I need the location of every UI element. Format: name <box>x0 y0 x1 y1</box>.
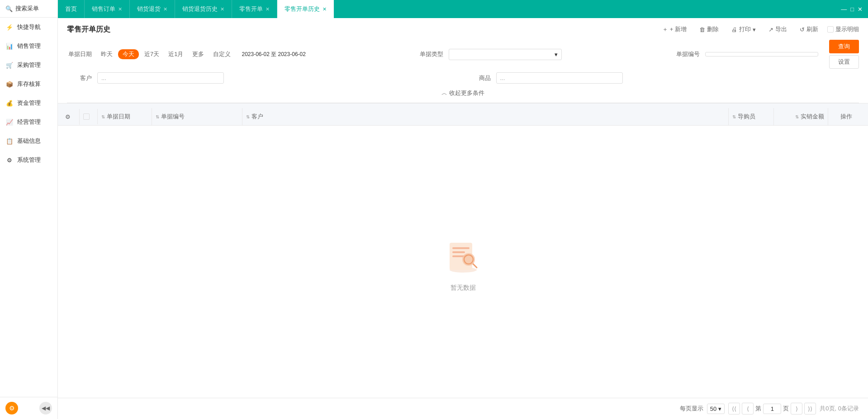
sidebar-item-basic-info[interactable]: 📋 基础信息 <box>0 132 57 151</box>
sidebar-item-sales-mgmt[interactable]: 📊 销售管理 <box>0 37 57 56</box>
settings-filter-button[interactable]: 设置 <box>829 55 859 69</box>
tab-sales-order-close[interactable]: ✕ <box>118 6 122 12</box>
sidebar-item-label: 系统管理 <box>17 156 41 164</box>
th-gear[interactable]: ⚙ <box>62 109 80 125</box>
print-label: 打印 <box>739 25 751 33</box>
th-guide-sort-icon[interactable]: ⇅ <box>732 114 736 119</box>
tab-sales-return-label: 销货退货 <box>137 5 161 13</box>
print-chevron: ▾ <box>753 26 756 33</box>
settings-button[interactable]: ⚙ <box>5 402 18 414</box>
sidebar-item-quick-nav[interactable]: ⚡ 快捷导航 <box>0 18 57 37</box>
select-all-checkbox[interactable] <box>83 113 90 120</box>
sidebar-item-purchase-mgmt[interactable]: 🛒 采购管理 <box>0 56 57 75</box>
svg-rect-2 <box>452 247 470 249</box>
date-opt-last7[interactable]: 近7天 <box>141 49 163 59</box>
svg-line-7 <box>473 264 477 268</box>
tab-retail-open[interactable]: 零售开单 ✕ <box>232 0 277 18</box>
tab-retail-open-label: 零售开单 <box>239 5 263 13</box>
page-prev-button[interactable]: ⟨ <box>742 403 754 414</box>
sidebar-item-inventory[interactable]: 📦 库存核算 <box>0 75 57 94</box>
date-opt-more[interactable]: 更多 <box>189 49 208 59</box>
pagination: 每页显示 50 ▾ ⟨⟨ ⟨ 第 页 ⟩ ⟩⟩ 共0页, 0条记录 <box>58 398 868 419</box>
tab-sales-order[interactable]: 销售订单 ✕ <box>85 0 130 18</box>
tab-sales-return[interactable]: 销货退货 ✕ <box>130 0 175 18</box>
tab-retail-open-history[interactable]: 零售开单历史 ✕ <box>277 0 334 18</box>
search-icon: 🔍 <box>5 5 13 12</box>
goods-input[interactable]: ... <box>496 72 623 84</box>
page-first-button[interactable]: ⟨⟨ <box>728 403 740 414</box>
sidebar: 🔍 搜索采单 ⚡ 快捷导航 📊 销售管理 🛒 采购管理 📦 库存核算 💰 资金管… <box>0 0 58 419</box>
sidebar-item-operations[interactable]: 📈 经营管理 <box>0 113 57 132</box>
th-guide-label: 导购员 <box>738 113 755 121</box>
tab-sales-return-close[interactable]: ✕ <box>163 6 167 12</box>
per-page-label: 每页显示 <box>680 405 703 413</box>
add-icon: ＋ <box>662 25 668 33</box>
page-content: 零售开单历史 ＋ + 新增 🗑 删除 🖨 打印 ▾ <box>58 18 868 419</box>
sidebar-item-system[interactable]: ⚙ 系统管理 <box>0 151 57 169</box>
finance-icon: 💰 <box>5 99 14 107</box>
tab-home-label: 首页 <box>65 5 77 13</box>
delete-button[interactable]: 🗑 删除 <box>696 24 722 35</box>
export-button[interactable]: ↗ 导出 <box>765 24 791 35</box>
table-header: ⚙ ⇅ 单据日期 ⇅ 单据编号 ⇅ 客户 ⇅ 导购员 <box>58 108 868 126</box>
date-opt-today[interactable]: 今天 <box>118 49 139 59</box>
th-no-sort-icon[interactable]: ⇅ <box>156 114 159 119</box>
th-amount-sort-icon[interactable]: ⇅ <box>795 114 799 119</box>
th-check[interactable] <box>80 109 98 124</box>
add-label: + 新增 <box>670 25 687 33</box>
customer-input[interactable]: ... <box>97 72 224 84</box>
tab-home[interactable]: 首页 <box>58 0 85 18</box>
sidebar-item-finance[interactable]: 💰 资金管理 <box>0 94 57 113</box>
toolbar: ＋ + 新增 🗑 删除 🖨 打印 ▾ ↗ 导出 <box>659 24 859 35</box>
add-button[interactable]: ＋ + 新增 <box>659 24 690 35</box>
th-sort-icon[interactable]: ⇅ <box>101 114 105 119</box>
tab-sales-return-history-close[interactable]: ✕ <box>220 6 224 12</box>
page-nav: ⟨⟨ ⟨ 第 页 ⟩ ⟩⟩ <box>728 403 816 414</box>
per-page-select[interactable]: 50 ▾ <box>707 404 725 414</box>
tab-retail-open-history-close[interactable]: ✕ <box>323 6 327 12</box>
th-customer-label: 客户 <box>251 113 263 121</box>
show-detail-checkbox[interactable]: 显示明细 <box>827 25 859 33</box>
th-customer-sort-icon[interactable]: ⇅ <box>246 114 250 119</box>
tab-retail-open-close[interactable]: ✕ <box>266 6 270 12</box>
doc-type-select[interactable]: ▾ <box>449 49 562 60</box>
close-all-tabs[interactable]: — □ ✕ <box>835 6 868 13</box>
sidebar-nav: ⚡ 快捷导航 📊 销售管理 🛒 采购管理 📦 库存核算 💰 资金管理 📈 经营管… <box>0 18 57 397</box>
per-page-value: 50 <box>710 405 716 412</box>
date-opt-custom[interactable]: 自定义 <box>209 49 234 59</box>
doc-no-input[interactable] <box>705 52 818 56</box>
customer-dots: ... <box>101 75 106 81</box>
print-button[interactable]: 🖨 打印 ▾ <box>728 24 759 35</box>
date-opt-last1m[interactable]: 近1月 <box>165 49 187 59</box>
collapse-more-button[interactable]: ︿ 收起更多条件 <box>67 87 859 99</box>
th-no-label: 单据编号 <box>161 113 185 121</box>
th-guide: ⇅ 导购员 <box>729 108 774 125</box>
tab-bar: 首页 销售订单 ✕ 销货退货 ✕ 销货退货历史 ✕ 零售开单 ✕ 零售开单历史 … <box>58 0 868 18</box>
maximize-icon: □ <box>850 6 854 13</box>
page-label: 第 <box>755 405 761 413</box>
filter-row-1: 单据日期 昨天 今天 近7天 近1月 更多 自定义 2023-06-02 至 2… <box>67 40 859 69</box>
minimize-icon: — <box>841 6 847 13</box>
svg-rect-3 <box>452 251 465 253</box>
th-action-label: 操作 <box>840 113 852 121</box>
sidebar-search-label: 搜索采单 <box>15 5 39 13</box>
tab-sales-return-history-label: 销货退货历史 <box>182 5 218 13</box>
collapse-sidebar-button[interactable]: ◀◀ <box>39 402 52 414</box>
table-area: ⚙ ⇅ 单据日期 ⇅ 单据编号 ⇅ 客户 ⇅ 导购员 <box>58 108 868 398</box>
date-opt-yesterday[interactable]: 昨天 <box>97 49 116 59</box>
customer-label: 客户 <box>67 74 92 82</box>
print-icon: 🖨 <box>731 26 737 33</box>
page-next-button[interactable]: ⟩ <box>791 403 802 414</box>
query-button[interactable]: 查询 <box>829 40 859 53</box>
checkbox-icon <box>827 26 834 33</box>
th-no: ⇅ 单据编号 <box>152 108 242 125</box>
refresh-button[interactable]: ↺ 刷新 <box>796 24 822 35</box>
sidebar-item-label: 销售管理 <box>17 42 41 50</box>
page-number-input[interactable] <box>763 404 781 414</box>
sidebar-search[interactable]: 🔍 搜索采单 <box>0 0 57 18</box>
filter-area: 单据日期 昨天 今天 近7天 近1月 更多 自定义 2023-06-02 至 2… <box>67 40 859 103</box>
per-page-chevron: ▾ <box>718 405 721 412</box>
date-label: 单据日期 <box>67 50 92 58</box>
page-last-button[interactable]: ⟩⟩ <box>804 403 816 414</box>
tab-sales-return-history[interactable]: 销货退货历史 ✕ <box>175 0 232 18</box>
